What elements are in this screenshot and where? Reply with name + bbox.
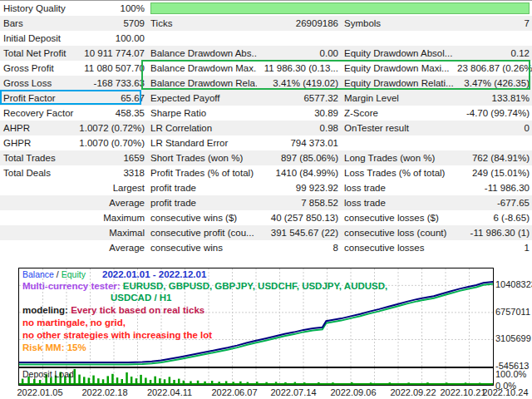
history-quality-progress-bar — [150, 2, 530, 14]
x-axis-tick-label: 2022.09.06 — [330, 387, 376, 397]
metric-value: 7 858.52 — [257, 198, 338, 208]
metric-value: Largest — [78, 183, 145, 193]
metric-value: 3.47% (426.35) — [457, 78, 532, 88]
table-row: Maximumconsecutive wins ($)40 (257 850.1… — [0, 210, 532, 225]
risk-mm-annotation: Risk MM: 15% — [22, 342, 86, 353]
metric-label: AHPR — [0, 123, 78, 133]
tester-annotation: Multi-currency tester: EURUSD, GBPUSD, G… — [22, 281, 387, 292]
table-row: Gross Profit11 080 507.70Balance Drawdow… — [0, 61, 532, 76]
metric-value: 762 (84.91%) — [457, 153, 532, 163]
metric-value: 1.0070 (0.70%) — [78, 138, 145, 148]
metric-value: 30.89 — [257, 108, 338, 118]
metric-label: Sharpe Ratio — [145, 108, 257, 118]
metric-label: consecutive wins ($) — [145, 213, 257, 223]
metric-label: Equity Drawdown Relati... — [338, 78, 457, 88]
table-row: GHPR1.0070 (0.70%)LR Standard Error794 3… — [0, 135, 532, 150]
metric-label: Z-Score — [338, 108, 457, 118]
x-axis-tick-label: 2022.10.21 — [440, 387, 485, 397]
metric-label: loss trade — [338, 198, 457, 208]
metric-value: 8 — [257, 243, 338, 253]
metric-label: LR Standard Error — [145, 138, 257, 148]
test-date-range: 2022.01.01 - 2022.12.01 — [102, 269, 206, 280]
metric-label: Initial Deposit — [0, 33, 78, 43]
metric-value: Maximal — [78, 228, 145, 238]
x-axis-tick-label: 2022.06.07 — [211, 387, 257, 397]
metric-label: Short Trades (won %) — [145, 153, 257, 163]
tester-symbols-line2: USDCAD / H1 — [111, 293, 171, 303]
metric-value: 26909186 — [257, 18, 338, 28]
metric-label: loss trade — [338, 183, 457, 193]
x-axis-tick-label: 2022.02.18 — [81, 387, 127, 397]
metric-value: 40 (257 850.13) — [257, 213, 338, 223]
table-row: Total Trades1659Short Trades (won %)897 … — [0, 150, 532, 165]
metric-value: 1 — [457, 243, 532, 253]
metric-value: Average — [78, 198, 145, 208]
metric-value: 6577.32 — [257, 93, 338, 103]
metric-label: History Quality — [0, 3, 78, 13]
metric-value: -4.70 (99.74%) — [457, 108, 532, 118]
x-axis-tick-label: 2022.07.14 — [270, 387, 316, 397]
metric-value: 1410 (84.99%) — [257, 168, 338, 178]
metric-value: 23 806.87 (0.26%) — [457, 63, 532, 73]
metric-label: Equity Drawdown Absol... — [338, 48, 457, 58]
metric-value: 100% — [78, 3, 145, 13]
table-row: Recovery Factor458.35Sharpe Ratio30.89Z-… — [0, 106, 532, 121]
metric-label: Profit Trades (% of total) — [145, 168, 257, 178]
y-axis-tick-label: -545613 — [495, 361, 532, 371]
note-no-strategies: no other strategies with increasing the … — [22, 330, 212, 341]
metric-value: 897 (85.06%) — [257, 153, 338, 163]
metric-label: Balance Drawdown Rela... — [145, 78, 257, 88]
table-row: Maximalconsecutive profit (cou...391 545… — [0, 225, 532, 240]
x-axis-tick-label: 2022.01.05 — [17, 387, 62, 397]
deposit-load-histogram — [19, 368, 493, 385]
deposit-load-label: Deposit Load — [22, 369, 74, 379]
chart-section: Balance / Equity 2022.01.01 - 2022.12.01… — [0, 266, 532, 399]
metric-label: Balance Drawdown Max... — [145, 63, 257, 73]
metric-label: Gross Profit — [0, 63, 78, 73]
strategy-tester-report: { "stats_table": { "rows": [ {"l1":"Hist… — [0, 0, 532, 399]
metric-label: Bars — [0, 18, 78, 28]
metric-value: 1.0072 (0.72%) — [78, 123, 145, 133]
metric-value: 65.67 — [78, 93, 145, 103]
metric-label: consecutive loss (count) — [338, 228, 457, 238]
table-row: Profit Factor65.67Expected Payoff6577.32… — [0, 91, 532, 106]
metric-value: 10 911 774.07 — [78, 48, 145, 58]
metric-label: profit trade — [145, 183, 257, 193]
metric-label: Total Trades — [0, 153, 78, 163]
metric-label: profit trade — [145, 198, 257, 208]
chart-legend: Balance / Equity — [22, 269, 86, 280]
metric-value: 5709 — [78, 18, 145, 28]
y-axis-tick-label: 10408323 — [495, 279, 532, 289]
metric-label: Symbols — [338, 18, 457, 28]
note-no-martingale: no martingale, no grid, — [22, 318, 126, 328]
metric-value: 0 — [457, 123, 532, 133]
metric-value: 100.00 — [78, 33, 145, 43]
metric-value: 0.00 — [257, 48, 338, 58]
metric-value: 6 (-8.65) — [457, 213, 532, 223]
metric-value: Maximum — [78, 213, 145, 223]
metric-label: consecutive profit (cou... — [145, 228, 257, 238]
x-axis-tick-label: 2022.09.22 — [390, 387, 436, 397]
table-row: Bars5709Ticks26909186Symbols7 — [0, 16, 532, 31]
metric-value: 3318 — [78, 168, 145, 178]
metric-label: OnTester result — [338, 123, 457, 133]
metric-value: 7 — [457, 18, 532, 28]
metric-value: 3.41% (419.02) — [257, 78, 338, 88]
metric-value: Average — [78, 243, 145, 253]
metric-label: consecutive losses ($) — [338, 213, 457, 223]
metric-value: 11 986.30 (0.13... — [257, 63, 338, 73]
modeling-text: Every tick based on real ticks — [71, 305, 204, 315]
metric-value: -11 986.30 (1) — [457, 228, 532, 238]
metric-label: Expected Payoff — [145, 93, 257, 103]
metric-label: Loss Trades (% of total) — [338, 168, 457, 178]
metric-value: 0.12 — [457, 48, 532, 58]
metric-label: Total Deals — [0, 168, 78, 178]
legend-equity: Equity — [62, 269, 86, 279]
modeling-prefix: modeling: — [22, 305, 71, 315]
metric-value: 458.35 — [78, 108, 145, 118]
table-row: Initial Deposit100.00 — [0, 31, 532, 46]
table-row: Largestprofit trade99 923.92loss trade-1… — [0, 180, 532, 195]
table-row: Averageprofit trade7 858.52loss trade-67… — [0, 195, 532, 210]
statistics-table: History Quality100%Bars5709Ticks26909186… — [0, 0, 532, 255]
tester-symbols: EURUSD, GBPUSD, GBPJPY, USDCHF, USDJPY, … — [123, 281, 387, 291]
